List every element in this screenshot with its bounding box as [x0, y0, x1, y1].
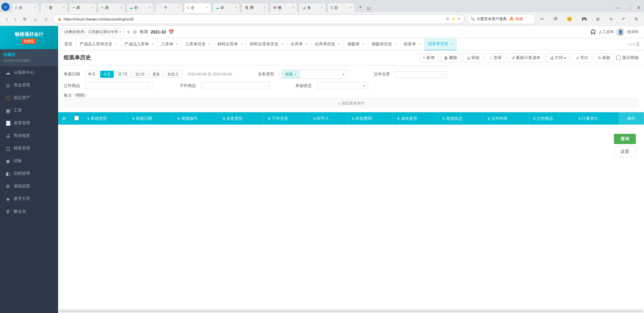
tab-close-2[interactable]: × [63, 6, 65, 10]
biz-type-remove[interactable]: × [294, 72, 296, 76]
nav-tab-home[interactable]: 首页 [61, 38, 76, 51]
child-goods-dots[interactable]: ··· [263, 83, 266, 88]
browser-tab-8[interactable]: ☁ 好 × [213, 3, 240, 12]
abandon-button[interactable]: ◌ 弃审 [485, 53, 506, 62]
nav-tab-out-history[interactable]: 出库单历史 × [311, 38, 344, 51]
new-button[interactable]: + 新增 [419, 53, 438, 62]
nav-tab-close-11[interactable]: × [419, 42, 421, 46]
sidebar-item-tax[interactable]: ◫ 税务管理 [0, 142, 58, 155]
nav-tab-close-8[interactable]: × [338, 42, 340, 46]
tab-close-3[interactable]: × [91, 6, 93, 10]
nav-tab-close-10[interactable]: × [395, 42, 397, 46]
nav-tab-mat-out-history[interactable]: 材料出库单历史 × [246, 38, 287, 51]
week-btn[interactable]: 近7天 [115, 71, 131, 78]
tab-close-10[interactable]: × [292, 6, 294, 10]
qr-icon[interactable]: ⊞ [446, 17, 449, 21]
add-company-button[interactable]: + [127, 29, 130, 35]
nav-tab-close-9[interactable]: × [362, 42, 364, 46]
parent-warehouse-dots[interactable]: ··· [440, 72, 443, 77]
parent-goods-dots[interactable]: ··· [147, 83, 150, 88]
col-order-no[interactable]: ⇅ 单据编号 [173, 112, 218, 125]
browser-tab-11[interactable]: 📊 各 × [299, 3, 326, 12]
tab-close-4[interactable]: × [120, 6, 122, 10]
col-biz-type[interactable]: ⇅ 业务类型 [218, 112, 263, 125]
col-order-type[interactable]: ⇅ 单据类型 [82, 112, 128, 125]
nav-right-arrow[interactable]: › [630, 42, 632, 47]
browser-tab-12[interactable]: S 目 × [327, 3, 355, 12]
child-goods-input[interactable]: ··· [201, 82, 269, 89]
col-unit[interactable]: ⇅ 计量单位 [574, 112, 619, 125]
menu-btn[interactable]: ≡ [633, 15, 640, 23]
browser-tab-6[interactable]: 📄 个 × [155, 3, 183, 12]
biz-type-input-area[interactable]: 组装 × ▾ [279, 70, 348, 79]
sidebar-item-inventory[interactable]: 🖨 库存核算 [0, 129, 58, 142]
collapse-bar[interactable]: ∧ 收起更多条件 [64, 98, 639, 108]
nav-tab-out-order[interactable]: 出库单 × [287, 38, 311, 51]
parent-warehouse-input[interactable]: ··· [395, 71, 446, 78]
nav-tab-close-12[interactable]: × [451, 42, 453, 46]
settings-button[interactable]: 设置 [614, 146, 636, 157]
sidebar-item-fixed-assets[interactable]: ⬛ 固定资产 [0, 91, 58, 104]
parent-goods-input[interactable]: ··· [85, 82, 153, 89]
scissors-btn[interactable]: ✂ [538, 16, 546, 22]
sidebar-item-settlement[interactable]: ◉ 结账 [0, 155, 58, 167]
browser-tab-9[interactable]: 🐧 腾 × [241, 3, 269, 12]
nav-tab-in-history[interactable]: 入库单历史 × [182, 38, 214, 51]
nav-tab-prod-in-history[interactable]: 产成品入库单历史 × [76, 38, 121, 51]
close-all-tabs[interactable]: × [632, 42, 635, 47]
browser-tab-5[interactable]: ☁ 好 × [126, 3, 154, 12]
nav-tab-in-order[interactable]: 入库单 × [158, 38, 182, 51]
browser-tab-2[interactable]: 📄 新 × [40, 3, 68, 12]
print-button[interactable]: 🖨 打印 ▾ [546, 53, 570, 62]
refresh-button[interactable]: ↻ 刷新 [594, 53, 614, 62]
tab-close-5[interactable]: × [149, 6, 151, 10]
emoji-btn[interactable]: 😊 [565, 16, 574, 22]
browser-search[interactable]: 🔍 大量安卓用户逃离 🔥 热搜 [467, 14, 536, 24]
sidebar-item-invoice[interactable]: 🧾 发票管理 [0, 117, 58, 129]
game-btn[interactable]: 🎮 [579, 16, 589, 22]
col-disassembly-fee[interactable]: ⇅ 拆装费用 [347, 112, 392, 125]
tab-close-9[interactable]: × [264, 6, 266, 10]
tab-close-1[interactable]: × [34, 6, 36, 10]
month-btn[interactable]: 近1月 [132, 71, 148, 78]
nav-tab-assembly-history[interactable]: 调拨单历史 × [368, 38, 401, 51]
sun-btn[interactable]: ☀ [607, 16, 615, 22]
col-handler[interactable]: ⇅ 经手人 [309, 112, 347, 125]
custom-btn[interactable]: 自定义 [164, 71, 182, 78]
col-order-date[interactable]: ⇅ 单据日期 [128, 112, 173, 125]
calendar-icon[interactable]: 📅 [169, 29, 174, 34]
nav-tab-close-2[interactable]: × [152, 42, 154, 46]
dropdown-icon[interactable]: ▾ [458, 17, 460, 21]
tab-close-7[interactable]: × [206, 6, 208, 10]
sidebar-item-salary[interactable]: ▦ 工资 [0, 104, 58, 117]
grid-btn[interactable]: ⊞ [594, 16, 602, 22]
nav-tab-assembly[interactable]: 调拨单 × [344, 38, 368, 51]
tab-menu[interactable]: ☰ [636, 42, 640, 47]
tab-close-12[interactable]: × [350, 6, 352, 10]
col-order-status[interactable]: ⇅ 单据状态 [438, 112, 483, 125]
forward-button[interactable]: › [13, 15, 18, 23]
sidebar-item-finance[interactable]: ◎ 资金管理 [0, 79, 58, 91]
query-button[interactable]: 查询 [614, 134, 636, 144]
print-dropdown[interactable]: ▾ [564, 56, 566, 60]
audit-button[interactable]: ◎ 审核 [463, 53, 483, 62]
nav-tab-close-4[interactable]: × [209, 42, 211, 46]
reload-button[interactable]: ↻ [21, 15, 29, 23]
browser-tab-7[interactable]: C 企 × [184, 3, 211, 12]
service-label[interactable]: 人工咨询 [599, 29, 614, 34]
order-status-input[interactable]: ▾ [317, 82, 368, 89]
select-all-checkbox[interactable] [74, 116, 79, 120]
home-button[interactable]: ⌂ [32, 15, 39, 23]
window-close[interactable]: ✕ [635, 4, 643, 11]
company-selector[interactable]: (勿删勿禁用）江西服宝测试专用 ▾ [61, 28, 124, 35]
order-status-dropdown[interactable]: ▾ [363, 83, 365, 88]
window-maximize[interactable]: ⬜ [624, 4, 633, 11]
sidebar-item-vip[interactable]: V 畅会员 [0, 205, 58, 218]
sidebar-item-settings[interactable]: ⚙ 基础设置 [0, 180, 58, 193]
sidebar-item-guide[interactable]: ◈ 新手引导 [0, 193, 58, 205]
bookmark-button[interactable]: ☆ [42, 15, 50, 23]
delete-button[interactable]: 🗑 删除 [440, 53, 461, 62]
tab-close-6[interactable]: × [177, 6, 179, 10]
nav-tab-close-5[interactable]: × [241, 42, 243, 46]
undo-btn[interactable]: ↶ [620, 16, 628, 22]
